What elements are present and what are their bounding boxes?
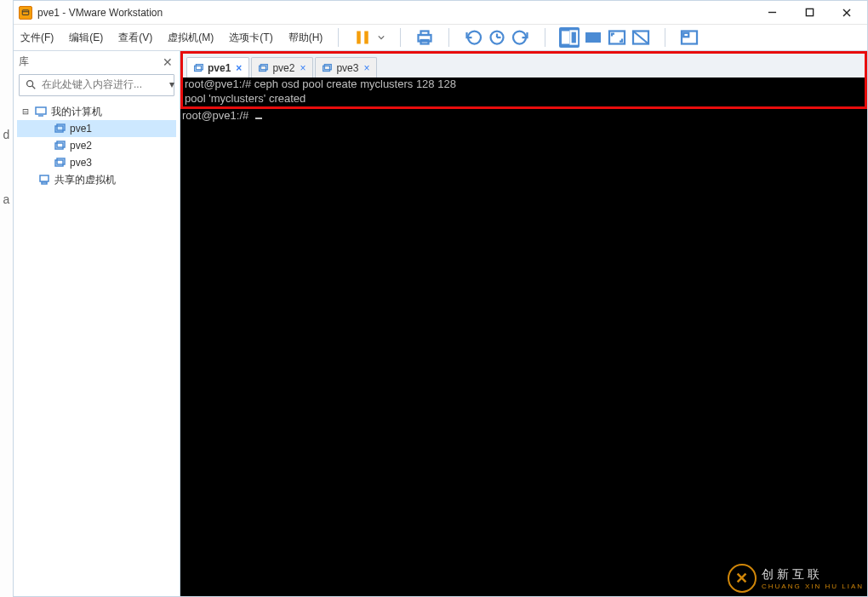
search-input[interactable] [42,78,169,90]
menu-view[interactable]: 查看(V) [117,27,154,49]
maximize-button[interactable] [791,1,828,24]
snapshot-take-icon[interactable] [487,27,507,48]
tree-label: pve3 [70,157,92,169]
unity-icon[interactable] [583,27,603,48]
svg-point-24 [27,81,33,87]
tab-close-icon[interactable]: × [234,62,242,74]
menu-vm[interactable]: 虚拟机(M) [166,27,215,49]
svg-rect-35 [42,182,47,184]
tab-close-icon[interactable]: × [298,62,306,74]
thumbnail-icon[interactable] [679,27,700,48]
menu-edit[interactable]: 编辑(E) [67,27,105,49]
svg-rect-0 [22,9,29,14]
svg-rect-34 [40,175,49,181]
tab-label: pve2 [272,62,294,74]
page-letter: a [3,192,10,206]
svg-rect-9 [421,32,429,36]
search-box[interactable]: ▾ [19,74,174,96]
snapshot-back-icon[interactable] [463,27,483,48]
minimize-button[interactable] [753,1,791,24]
monitor-icon [34,105,48,118]
vm-tree: ⊟ 我的计算机 pve1 pve2 pve3 [14,101,180,190]
vm-icon [53,122,66,135]
power-pause-icon[interactable] [352,27,373,48]
annotation-highlight: pve1 × pve2 × pve3 × [180,51,867,109]
terminal-line: pool 'myclusters' created [185,92,306,105]
terminal-highlighted[interactable]: root@pve1:/# ceph osd pool create myclus… [183,77,865,106]
tree-shared-vms[interactable]: 共享的虚拟机 [17,171,176,188]
sidebar-title: 库 [19,55,29,69]
separator [545,28,545,47]
menu-file[interactable]: 文件(F) [19,27,55,49]
menu-bar: 文件(F) 编辑(E) 查看(V) 虚拟机(M) 选项卡(T) 帮助(H) [14,25,867,51]
window-title: pve1 - VMware Workstation [37,7,753,19]
vm-icon [192,62,204,74]
terminal-line: root@pve1:/# ceph osd pool create myclus… [185,77,456,90]
tree-label: pve2 [70,140,92,152]
tree-item-pve2[interactable]: pve2 [17,137,176,154]
svg-line-21 [633,32,648,44]
terminal-body[interactable]: root@pve1:/# [180,109,867,596]
vm-icon [53,156,66,169]
cursor-icon [255,118,262,119]
title-bar: pve1 - VMware Workstation [14,1,867,25]
tree-label: 我的计算机 [51,105,102,119]
svg-rect-3 [806,9,813,15]
printer-icon[interactable] [414,27,435,48]
tree-my-computer[interactable]: ⊟ 我的计算机 [17,103,176,120]
main-content: pve1 × pve2 × pve3 × [180,51,867,596]
vm-icon [321,62,333,74]
svg-rect-26 [36,107,46,114]
separator [665,28,665,47]
tree-label: 共享的虚拟机 [54,173,116,187]
shared-icon [37,173,51,187]
search-dropdown-icon[interactable]: ▾ [169,78,174,90]
tab-close-icon[interactable]: × [362,62,369,74]
tab-pve2[interactable]: pve2 × [251,57,313,77]
separator [400,28,401,47]
tab-pve1[interactable]: pve1 × [186,57,249,77]
svg-rect-23 [684,33,689,37]
app-icon [19,6,32,20]
menu-help[interactable]: 帮助(H) [287,27,325,49]
svg-rect-18 [585,32,601,43]
library-sidebar: 库 ✕ ▾ ⊟ 我的计算机 pve1 [14,51,180,596]
expand-toggle-icon[interactable]: ⊟ [20,106,31,118]
separator [338,28,339,47]
vmware-window: pve1 - VMware Workstation 文件(F) 编辑(E) 查看… [13,0,868,597]
vm-icon [257,62,269,74]
svg-rect-16 [562,32,569,44]
tab-label: pve3 [336,62,358,74]
svg-rect-17 [571,32,578,44]
terminal-prompt: root@pve1:/# [182,109,252,122]
tree-item-pve1[interactable]: pve1 [17,120,176,137]
page-letter: d [3,128,10,141]
tree-item-pve3[interactable]: pve3 [17,154,176,171]
fit-guest-icon[interactable] [559,27,580,48]
fullscreen-icon[interactable] [607,27,627,48]
sidebar-close-icon[interactable]: ✕ [161,55,174,69]
separator [448,28,449,47]
tab-pve3[interactable]: pve3 × [315,57,377,77]
snapshot-manage-icon[interactable] [511,27,531,48]
vm-tabs: pve1 × pve2 × pve3 × [183,54,865,77]
stretch-icon[interactable] [631,27,651,48]
search-icon [25,78,37,90]
tab-label: pve1 [208,62,231,74]
vm-icon [53,139,66,152]
tree-label: pve1 [70,123,92,135]
svg-line-25 [32,86,36,89]
menu-tabs[interactable]: 选项卡(T) [227,27,274,49]
close-button[interactable] [828,1,865,24]
dropdown-icon[interactable] [376,27,386,48]
